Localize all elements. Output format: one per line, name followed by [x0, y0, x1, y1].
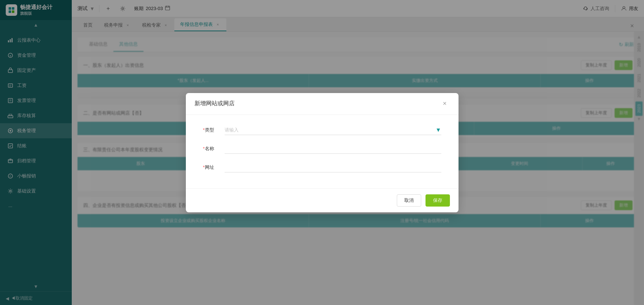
form-item-url: *网址: [203, 162, 441, 172]
dialog-add-website: 新增网站或网店 × *类型 ▼ *名称: [186, 93, 459, 212]
type-input[interactable]: [225, 125, 441, 135]
cancel-button[interactable]: 取消: [397, 194, 421, 207]
url-input[interactable]: [225, 162, 441, 172]
dialog-overlay: 新增网站或网店 × *类型 ▼ *名称: [0, 0, 644, 305]
dialog-body: *类型 ▼ *名称 *网址: [186, 115, 459, 188]
form-input-wrap-name: [225, 144, 441, 154]
name-input[interactable]: [225, 144, 441, 154]
form-input-wrap-url: [225, 162, 441, 172]
dialog-title: 新增网站或网店: [194, 100, 235, 107]
form-label-name: *名称: [203, 145, 225, 152]
form-item-type: *类型 ▼: [203, 125, 441, 135]
form-label-type: *类型: [203, 127, 225, 133]
form-input-wrap-type: ▼: [225, 125, 441, 135]
dialog-close-btn[interactable]: ×: [440, 99, 450, 109]
save-button[interactable]: 保存: [426, 194, 450, 207]
form-item-name: *名称: [203, 144, 441, 154]
dialog-footer: 取消 保存: [186, 188, 459, 212]
dialog-header: 新增网站或网店 ×: [186, 93, 459, 115]
form-label-url: *网址: [203, 164, 225, 171]
